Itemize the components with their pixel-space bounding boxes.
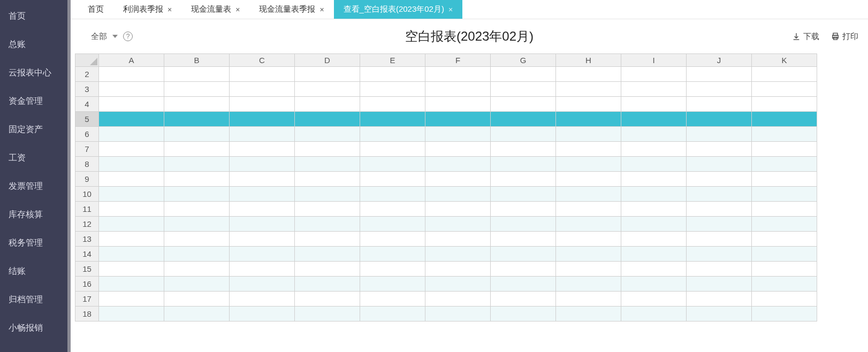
cell-B17[interactable] [164, 292, 230, 307]
close-icon[interactable]: × [235, 5, 240, 14]
cell-K13[interactable] [752, 232, 817, 247]
cell-B7[interactable] [164, 142, 230, 157]
cell-I17[interactable] [621, 292, 687, 307]
cell-D16[interactable] [295, 277, 360, 292]
cell-G18[interactable] [491, 307, 556, 322]
cell-G4[interactable] [491, 97, 556, 112]
cell-C9[interactable] [230, 172, 295, 187]
cell-A2[interactable] [99, 67, 164, 82]
tab-3[interactable]: 现金流量表季报× [249, 0, 333, 19]
cell-C14[interactable] [230, 247, 295, 262]
row-header-15[interactable]: 15 [75, 262, 99, 277]
cell-B13[interactable] [164, 232, 230, 247]
cell-A11[interactable] [99, 202, 164, 217]
cell-H18[interactable] [556, 307, 621, 322]
cell-K7[interactable] [752, 142, 817, 157]
cell-A12[interactable] [99, 217, 164, 232]
cell-G3[interactable] [491, 82, 556, 97]
cell-D12[interactable] [295, 217, 360, 232]
cell-G17[interactable] [491, 292, 556, 307]
row-header-16[interactable]: 16 [75, 277, 99, 292]
cell-C3[interactable] [230, 82, 295, 97]
cell-F11[interactable] [425, 202, 491, 217]
cell-D5[interactable] [295, 112, 360, 127]
cell-G2[interactable] [491, 67, 556, 82]
cell-J3[interactable] [687, 82, 752, 97]
cell-H2[interactable] [556, 67, 621, 82]
cell-E8[interactable] [360, 157, 425, 172]
cell-K15[interactable] [752, 262, 817, 277]
tab-4[interactable]: 查看_空白报表(2023年02月)× [334, 0, 463, 19]
cell-C4[interactable] [230, 97, 295, 112]
cell-K2[interactable] [752, 67, 817, 82]
cell-B5[interactable] [164, 112, 230, 127]
column-header-C[interactable]: C [230, 54, 295, 67]
cell-J14[interactable] [687, 247, 752, 262]
cell-E13[interactable] [360, 232, 425, 247]
row-header-3[interactable]: 3 [75, 82, 99, 97]
cell-I11[interactable] [621, 202, 687, 217]
cell-E14[interactable] [360, 247, 425, 262]
cell-H8[interactable] [556, 157, 621, 172]
sidebar-item-3[interactable]: 资金管理 [0, 87, 67, 116]
cell-J4[interactable] [687, 97, 752, 112]
cell-D14[interactable] [295, 247, 360, 262]
tab-2[interactable]: 现金流量表× [181, 0, 249, 19]
cell-H7[interactable] [556, 142, 621, 157]
cell-K10[interactable] [752, 187, 817, 202]
cell-E6[interactable] [360, 127, 425, 142]
cell-H4[interactable] [556, 97, 621, 112]
cell-D8[interactable] [295, 157, 360, 172]
cell-A13[interactable] [99, 232, 164, 247]
cell-A18[interactable] [99, 307, 164, 322]
cell-J8[interactable] [687, 157, 752, 172]
cell-E11[interactable] [360, 202, 425, 217]
help-icon[interactable]: ? [123, 32, 133, 41]
tab-1[interactable]: 利润表季报× [113, 0, 181, 19]
cell-G9[interactable] [491, 172, 556, 187]
column-header-E[interactable]: E [360, 54, 425, 67]
column-header-K[interactable]: K [752, 54, 817, 67]
cell-E10[interactable] [360, 187, 425, 202]
cell-F17[interactable] [425, 292, 491, 307]
cell-A14[interactable] [99, 247, 164, 262]
row-header-13[interactable]: 13 [75, 232, 99, 247]
cell-I9[interactable] [621, 172, 687, 187]
sidebar-item-10[interactable]: 归档管理 [0, 286, 67, 314]
row-header-8[interactable]: 8 [75, 157, 99, 172]
cell-A10[interactable] [99, 187, 164, 202]
row-header-17[interactable]: 17 [75, 292, 99, 307]
cell-K16[interactable] [752, 277, 817, 292]
cell-D9[interactable] [295, 172, 360, 187]
cell-I3[interactable] [621, 82, 687, 97]
cell-D3[interactable] [295, 82, 360, 97]
cell-A6[interactable] [99, 127, 164, 142]
cell-C15[interactable] [230, 262, 295, 277]
cell-C8[interactable] [230, 157, 295, 172]
column-header-D[interactable]: D [295, 54, 360, 67]
cell-A3[interactable] [99, 82, 164, 97]
cell-G8[interactable] [491, 157, 556, 172]
cell-K5[interactable] [752, 112, 817, 127]
cell-D7[interactable] [295, 142, 360, 157]
cell-I2[interactable] [621, 67, 687, 82]
cell-J13[interactable] [687, 232, 752, 247]
cell-B14[interactable] [164, 247, 230, 262]
cell-I14[interactable] [621, 247, 687, 262]
cell-J10[interactable] [687, 187, 752, 202]
cell-F12[interactable] [425, 217, 491, 232]
cell-J11[interactable] [687, 202, 752, 217]
cell-F4[interactable] [425, 97, 491, 112]
row-header-12[interactable]: 12 [75, 217, 99, 232]
cell-B6[interactable] [164, 127, 230, 142]
cell-F9[interactable] [425, 172, 491, 187]
cell-E5[interactable] [360, 112, 425, 127]
cell-I8[interactable] [621, 157, 687, 172]
cell-A15[interactable] [99, 262, 164, 277]
cell-C6[interactable] [230, 127, 295, 142]
sidebar-item-0[interactable]: 首页 [0, 2, 67, 30]
row-header-2[interactable]: 2 [75, 67, 99, 82]
cell-G5[interactable] [491, 112, 556, 127]
cell-D13[interactable] [295, 232, 360, 247]
cell-A16[interactable] [99, 277, 164, 292]
